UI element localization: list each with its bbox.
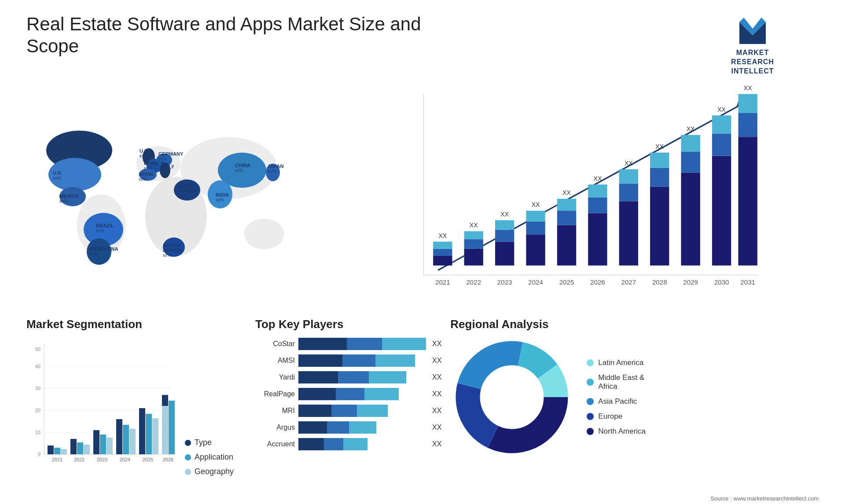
segmentation-chart: 0 10 20 30 40 50 bbox=[26, 336, 176, 476]
svg-rect-141 bbox=[169, 401, 175, 454]
svg-text:ARGENTINA: ARGENTINA bbox=[89, 246, 118, 252]
svg-text:xx%: xx% bbox=[62, 147, 70, 152]
svg-rect-79 bbox=[588, 197, 607, 213]
svg-text:2023: 2023 bbox=[97, 457, 107, 462]
asia-pacific-dot bbox=[587, 398, 594, 405]
svg-rect-100 bbox=[738, 94, 757, 113]
player-value: XX bbox=[432, 357, 441, 365]
player-bar-container bbox=[298, 388, 426, 400]
svg-text:10: 10 bbox=[35, 430, 40, 435]
player-name: Yardi bbox=[255, 373, 295, 381]
svg-text:2027: 2027 bbox=[621, 278, 636, 286]
svg-text:2022: 2022 bbox=[466, 278, 481, 286]
player-value: XX bbox=[432, 390, 441, 398]
player-row-costar: CoStar XX bbox=[255, 338, 441, 350]
player-value: XX bbox=[432, 373, 441, 381]
svg-text:XX: XX bbox=[594, 175, 602, 182]
application-dot bbox=[185, 454, 191, 460]
legend-application: Application bbox=[185, 453, 234, 462]
svg-text:XX: XX bbox=[438, 232, 447, 239]
type-dot bbox=[185, 440, 191, 446]
player-row-amsi: AMSI XX bbox=[255, 354, 441, 367]
player-value: XX bbox=[432, 340, 441, 348]
svg-text:xx%: xx% bbox=[144, 166, 152, 171]
svg-rect-136 bbox=[129, 429, 136, 454]
svg-rect-70 bbox=[526, 235, 545, 266]
svg-text:CANADA: CANADA bbox=[62, 141, 83, 146]
svg-text:XX: XX bbox=[625, 160, 633, 167]
svg-rect-74 bbox=[557, 225, 576, 266]
logo-text: MARKET RESEARCH INTELLECT bbox=[731, 48, 774, 76]
svg-rect-132 bbox=[100, 435, 106, 454]
player-row-yardi: Yardi XX bbox=[255, 371, 441, 383]
svg-text:xx%: xx% bbox=[96, 228, 104, 233]
svg-text:JAPAN: JAPAN bbox=[268, 164, 284, 169]
svg-rect-142 bbox=[162, 406, 168, 454]
player-bar bbox=[298, 405, 426, 417]
svg-rect-133 bbox=[107, 438, 113, 454]
player-name: Accruent bbox=[255, 440, 295, 448]
svg-text:xx%: xx% bbox=[59, 199, 68, 204]
player-bar-container bbox=[298, 421, 426, 434]
svg-rect-80 bbox=[588, 185, 607, 197]
svg-text:2026: 2026 bbox=[163, 457, 173, 462]
player-bar bbox=[298, 438, 426, 450]
svg-text:xx%: xx% bbox=[158, 157, 167, 161]
svg-rect-75 bbox=[557, 211, 576, 225]
svg-text:2026: 2026 bbox=[590, 278, 605, 286]
svg-rect-135 bbox=[123, 425, 129, 454]
player-name: AMSI bbox=[255, 357, 295, 365]
svg-text:xx%: xx% bbox=[139, 177, 147, 182]
main-content: CANADA xx% U.S. xx% MEXICO xx% BRAZIL xx… bbox=[26, 84, 819, 313]
player-row-argus: Argus XX bbox=[255, 421, 441, 434]
logo-icon bbox=[735, 13, 770, 48]
svg-rect-87 bbox=[650, 168, 669, 187]
svg-text:SPAIN: SPAIN bbox=[139, 172, 153, 177]
player-name: CoStar bbox=[255, 340, 295, 348]
player-value: XX bbox=[432, 440, 441, 448]
svg-rect-67 bbox=[495, 230, 514, 242]
bar-chart-section: XX XX XX XX XX bbox=[334, 84, 819, 313]
svg-rect-125 bbox=[48, 446, 54, 454]
svg-rect-60 bbox=[433, 242, 452, 249]
svg-text:MEXICO: MEXICO bbox=[59, 194, 79, 199]
svg-text:xx%: xx% bbox=[53, 176, 61, 181]
player-row-accruent: Accruent XX bbox=[255, 438, 441, 450]
svg-text:XX: XX bbox=[655, 143, 664, 150]
legend-asia-pacific: Asia Pacific bbox=[587, 397, 646, 406]
asia-pacific-label: Asia Pacific bbox=[598, 397, 637, 406]
svg-text:XX: XX bbox=[717, 106, 726, 113]
player-value: XX bbox=[432, 407, 441, 415]
svg-rect-72 bbox=[526, 211, 545, 222]
middle-east-dot bbox=[587, 379, 594, 386]
player-bar bbox=[298, 354, 426, 367]
svg-rect-98 bbox=[738, 137, 757, 266]
svg-text:2025: 2025 bbox=[143, 457, 153, 462]
svg-text:XX: XX bbox=[470, 222, 478, 229]
latin-america-dot bbox=[587, 359, 594, 366]
donut-container: Latin America Middle East &Africa Asia P… bbox=[450, 336, 819, 459]
svg-rect-130 bbox=[84, 445, 90, 454]
svg-text:2024: 2024 bbox=[120, 457, 130, 462]
player-name: MRI bbox=[255, 407, 295, 415]
svg-text:40: 40 bbox=[35, 364, 40, 369]
svg-text:xx%: xx% bbox=[140, 153, 148, 158]
player-bar-container bbox=[298, 338, 426, 350]
segmentation-section: Market Segmentation 0 10 20 30 40 bbox=[26, 318, 246, 504]
source-text: Source : www.marketresearchintellect.com bbox=[710, 495, 819, 502]
svg-text:XX: XX bbox=[532, 201, 540, 208]
svg-text:2025: 2025 bbox=[559, 278, 574, 286]
svg-rect-68 bbox=[495, 220, 514, 230]
bar-chart: XX XX XX XX XX bbox=[343, 84, 819, 313]
svg-rect-91 bbox=[681, 152, 700, 173]
legend-geography-label: Geography bbox=[195, 467, 234, 476]
svg-text:30: 30 bbox=[35, 386, 40, 391]
player-row-realpage: RealPage XX bbox=[255, 388, 441, 400]
player-bar-container bbox=[298, 438, 426, 450]
svg-rect-94 bbox=[712, 156, 731, 266]
svg-rect-86 bbox=[650, 187, 669, 266]
svg-text:2029: 2029 bbox=[683, 278, 698, 286]
north-america-label: North America bbox=[598, 427, 646, 436]
player-bar bbox=[298, 421, 426, 434]
svg-text:CHINA: CHINA bbox=[235, 163, 250, 168]
